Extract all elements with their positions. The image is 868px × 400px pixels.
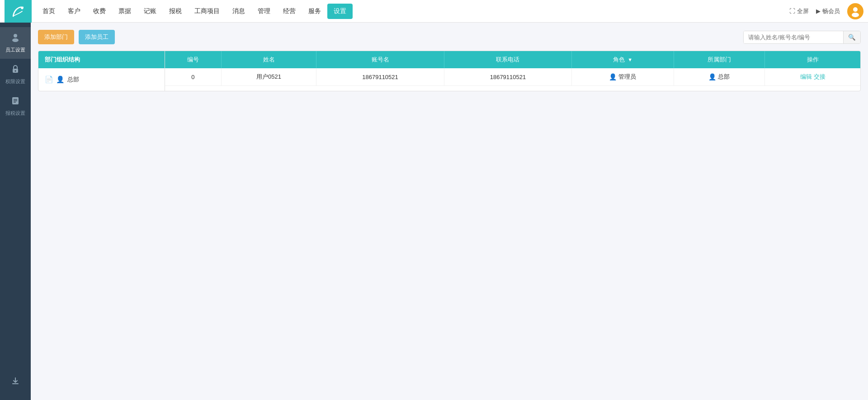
cell-account: 18679110521 <box>316 68 444 86</box>
table-row: 0 用户0521 18679110521 18679110521 👤 管理员 <box>165 68 860 86</box>
role-label: 管理员 <box>618 73 636 81</box>
add-emp-button[interactable]: 添加员工 <box>79 30 115 44</box>
role-user-icon: 👤 <box>609 73 617 80</box>
search-button[interactable]: 🔍 <box>843 31 860 43</box>
nav-items: 首页 客户 收费 票据 记账 报税 工商项目 消息 管理 经营 服务 设置 <box>36 0 789 23</box>
cell-actions: 编辑 交接 <box>765 68 860 86</box>
col-id: 编号 <box>165 51 221 68</box>
col-role[interactable]: 角色 ▼ <box>572 51 674 68</box>
tax-icon <box>10 96 20 108</box>
sidebar-item-permissions[interactable]: 权限设置 <box>0 59 31 90</box>
nav-operation[interactable]: 经营 <box>277 0 302 23</box>
transfer-button[interactable]: 交接 <box>814 73 826 81</box>
nav-bills[interactable]: 票据 <box>112 0 137 23</box>
nav-right: ⛶ 全屏 ▶ 畅会员 <box>789 3 863 19</box>
nav-tax[interactable]: 报税 <box>163 0 188 23</box>
person-icon <box>10 33 20 45</box>
top-navigation: 首页 客户 收费 票据 记账 报税 工商项目 消息 管理 经营 服务 设置 ⛶ … <box>0 0 868 23</box>
nav-manage[interactable]: 管理 <box>251 0 277 23</box>
dept-user-icon: 👤 <box>56 75 65 84</box>
filter-icon: ▼ <box>627 57 632 62</box>
content-area: 添加部门 添加员工 🔍 部门组织结构 📄 👤 总部 <box>31 23 868 400</box>
search-icon: 🔍 <box>848 34 856 41</box>
add-dept-button[interactable]: 添加部门 <box>38 30 74 44</box>
table-header: 编号 姓名 账号名 联系电话 角色 ▼ 所属部门 操作 <box>165 51 860 68</box>
nav-settings[interactable]: 设置 <box>327 4 353 19</box>
file-icon: 📄 <box>45 75 53 84</box>
nav-business[interactable]: 工商项目 <box>188 0 226 23</box>
svg-point-6 <box>15 71 16 72</box>
nav-fee[interactable]: 收费 <box>87 0 112 23</box>
dept-tree-body: 📄 👤 总部 <box>38 68 165 91</box>
emp-table: 编号 姓名 账号名 联系电话 角色 ▼ 所属部门 操作 <box>165 51 860 91</box>
sidebar-item-taxsettings[interactable]: 报税设置 <box>0 90 31 122</box>
sidebar-item-download[interactable] <box>10 371 20 394</box>
sidebar-item-permissions-label: 权限设置 <box>5 78 25 85</box>
nav-accounting[interactable]: 记账 <box>137 0 163 23</box>
svg-rect-11 <box>12 383 19 384</box>
col-name: 姓名 <box>221 51 316 68</box>
nav-service[interactable]: 服务 <box>302 0 327 23</box>
dept-cell-icon: 👤 <box>708 73 716 80</box>
sidebar-item-employee[interactable]: 员工设置 <box>0 27 31 59</box>
toolbar: 添加部门 添加员工 🔍 <box>38 30 861 44</box>
app-logo <box>5 0 32 23</box>
sidebar-item-taxsettings-label: 报税设置 <box>5 110 25 117</box>
dept-tree-item-general[interactable]: 📄 👤 总部 <box>45 73 158 86</box>
employee-table: 编号 姓名 账号名 联系电话 角色 ▼ 所属部门 操作 <box>165 51 860 86</box>
member-button[interactable]: ▶ 畅会员 <box>816 7 840 15</box>
dept-cell-label: 总部 <box>718 73 730 81</box>
fullscreen-button[interactable]: ⛶ 全屏 <box>789 7 809 15</box>
svg-point-2 <box>852 13 859 17</box>
main-layout: 员工设置 权限设置 报税设置 <box>0 23 868 400</box>
dept-tree-item-label: 总部 <box>67 75 79 84</box>
nav-client[interactable]: 客户 <box>61 0 87 23</box>
nav-home[interactable]: 首页 <box>36 0 61 23</box>
cell-phone: 18679110521 <box>444 68 571 86</box>
member-icon: ▶ <box>816 8 821 14</box>
cell-dept: 👤 总部 <box>674 68 765 86</box>
search-input[interactable] <box>744 31 843 43</box>
cell-role: 👤 管理员 <box>572 68 674 86</box>
edit-button[interactable]: 编辑 <box>800 73 812 81</box>
col-dept: 所属部门 <box>674 51 765 68</box>
col-role-label: 角色 <box>613 56 625 63</box>
sidebar-item-employee-label: 员工设置 <box>5 47 25 53</box>
svg-point-0 <box>21 7 23 9</box>
dept-tree-header: 部门组织结构 <box>38 51 165 68</box>
col-actions: 操作 <box>765 51 860 68</box>
svg-point-4 <box>12 38 19 42</box>
avatar[interactable] <box>847 3 863 19</box>
table-layout: 部门组织结构 📄 👤 总部 编号 姓名 账号名 <box>38 51 861 91</box>
download-icon <box>10 376 20 388</box>
svg-point-3 <box>14 34 17 38</box>
dept-tree: 部门组织结构 📄 👤 总部 <box>38 51 165 91</box>
search-wrap: 🔍 <box>743 31 861 44</box>
member-label: 畅会员 <box>822 7 840 15</box>
sidebar: 员工设置 权限设置 报税设置 <box>0 23 31 400</box>
lock-icon <box>10 64 20 76</box>
fullscreen-label: 全屏 <box>797 7 809 15</box>
cell-id: 0 <box>165 68 221 86</box>
table-body: 0 用户0521 18679110521 18679110521 👤 管理员 <box>165 68 860 86</box>
fullscreen-icon: ⛶ <box>789 8 795 14</box>
svg-point-1 <box>853 7 858 12</box>
nav-message[interactable]: 消息 <box>226 0 251 23</box>
col-phone: 联系电话 <box>444 51 571 68</box>
col-account: 账号名 <box>316 51 444 68</box>
cell-name: 用户0521 <box>221 68 316 86</box>
sidebar-bottom <box>10 371 20 400</box>
